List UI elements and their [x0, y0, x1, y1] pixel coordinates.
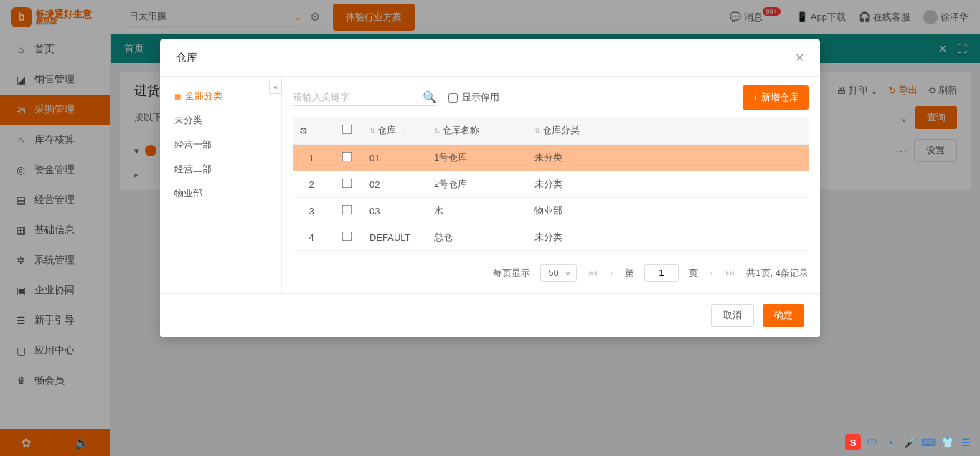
ime-mic-icon[interactable]: 🎤: [903, 435, 917, 450]
category-item[interactable]: 经营二部: [160, 157, 281, 181]
plus-icon: +: [753, 92, 758, 103]
collapse-icon[interactable]: «: [269, 80, 282, 94]
pagination: 每页显示 50 ⏮ ‹ 第 页 › ⏭ 共1页, 4条记录: [293, 251, 809, 282]
per-page-label: 每页显示: [493, 267, 530, 280]
category-item[interactable]: 经营一部: [160, 133, 281, 157]
page-post: 页: [689, 267, 698, 280]
page-input[interactable]: [644, 264, 679, 282]
category-item[interactable]: 未分类: [160, 108, 281, 133]
category-panel: « ▦ 全部分类 未分类 经营一部 经营二部 物业部: [160, 77, 282, 293]
ime-toolbar: S 中 • 🎤 ⌨ 👕 ☰: [845, 434, 973, 450]
ime-lang-icon[interactable]: 中: [865, 435, 880, 450]
category-all[interactable]: ▦ 全部分类: [160, 84, 281, 108]
select-all-checkbox[interactable]: [341, 125, 352, 135]
ok-button[interactable]: 确定: [763, 304, 804, 327]
table-row[interactable]: 2 02 2号仓库 未分类: [293, 171, 809, 198]
modal-title: 仓库: [176, 51, 197, 65]
add-warehouse-button[interactable]: + 新增仓库: [743, 85, 809, 110]
page-pre: 第: [625, 267, 634, 280]
column-settings-icon[interactable]: ⚙: [293, 117, 329, 145]
warehouse-table: ⚙ 仓库... 仓库名称 仓库分类 1 01 1号仓库: [293, 117, 809, 251]
table-row[interactable]: 1 01 1号仓库 未分类: [293, 145, 809, 171]
first-page-icon[interactable]: ⏮: [587, 267, 599, 278]
checkbox[interactable]: [448, 93, 458, 103]
show-disabled-checkbox[interactable]: 显示停用: [448, 91, 499, 104]
next-page-icon[interactable]: ›: [708, 267, 714, 278]
ime-keyboard-icon[interactable]: ⌨: [921, 435, 936, 450]
table-row[interactable]: 3 03 水 物业部: [293, 198, 809, 224]
last-page-icon[interactable]: ⏭: [724, 267, 736, 278]
page-summary: 共1页, 4条记录: [746, 267, 809, 280]
ime-tool-icon[interactable]: ☰: [958, 435, 973, 450]
page-size-select[interactable]: 50: [540, 264, 576, 282]
column-code[interactable]: 仓库...: [364, 117, 428, 145]
column-name[interactable]: 仓库名称: [428, 117, 529, 145]
search-box: 🔍: [293, 89, 437, 106]
table-panel: 🔍 显示停用 + 新增仓库 ⚙: [282, 77, 820, 293]
modal-overlay: 仓库 ✕ « ▦ 全部分类 未分类 经营一部 经营二部 物业部 🔍: [0, 0, 980, 456]
ime-sogou-icon[interactable]: S: [845, 434, 861, 450]
cancel-button[interactable]: 取消: [711, 304, 754, 327]
prev-page-icon[interactable]: ‹: [609, 267, 615, 278]
close-icon[interactable]: ✕: [795, 51, 804, 65]
row-checkbox[interactable]: [341, 205, 352, 215]
ime-skin-icon[interactable]: 👕: [940, 435, 954, 450]
warehouse-modal: 仓库 ✕ « ▦ 全部分类 未分类 经营一部 经营二部 物业部 🔍: [160, 39, 820, 337]
row-checkbox[interactable]: [341, 152, 352, 162]
table-row[interactable]: 4 DEFAULT 总仓 未分类: [293, 224, 809, 251]
column-category[interactable]: 仓库分类: [529, 117, 809, 145]
category-item[interactable]: 物业部: [160, 181, 281, 206]
row-checkbox[interactable]: [341, 232, 352, 242]
grid-icon: ▦: [174, 92, 181, 100]
ime-punct-icon[interactable]: •: [884, 435, 898, 450]
search-icon[interactable]: 🔍: [423, 90, 437, 104]
search-input[interactable]: [293, 92, 423, 103]
row-checkbox[interactable]: [341, 179, 352, 189]
